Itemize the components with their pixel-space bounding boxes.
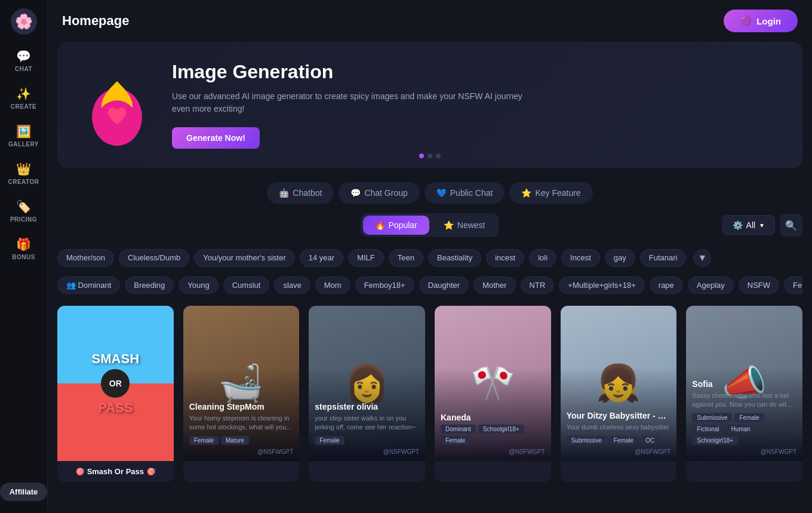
create-icon: ✨ — [16, 87, 32, 101]
card-stepsister-olivia[interactable]: 👩 stepsister olivia your step sister wal… — [309, 306, 425, 482]
tag-mother-son[interactable]: Mother/son — [57, 249, 114, 267]
card-stepsister-overlay: stepsister olivia your step sister walks… — [309, 396, 425, 461]
tag-femboy18[interactable]: Femboy18+ — [355, 277, 414, 294]
app-logo[interactable]: 🌸 — [10, 7, 38, 36]
sidebar-item-create[interactable]: ✨ CREATE — [0, 81, 47, 116]
dot-2[interactable] — [427, 153, 432, 158]
card-kaneda[interactable]: 🎌 Kaneda Dominant Schoolgirl18+ Female @… — [435, 306, 551, 482]
tag-breeding[interactable]: Breeding — [125, 277, 174, 294]
card-kaneda-overlay: Kaneda Dominant Schoolgirl18+ Female @NS… — [435, 407, 551, 461]
tag-teen[interactable]: Teen — [389, 249, 423, 267]
tab-public-chat[interactable]: 💙 Public Chat — [425, 182, 505, 204]
tag-loli[interactable]: loli — [529, 249, 556, 267]
sidebar-item-pricing[interactable]: 🏷️ PRICING — [0, 193, 47, 229]
tag-beastiality[interactable]: Beastiality — [428, 249, 481, 267]
tag-human: Human — [727, 425, 755, 434]
tag-fictional: Fictional — [692, 425, 724, 434]
tag-multiple-girls[interactable]: +Multiple+girls+18+ — [559, 277, 644, 294]
public-chat-icon: 💙 — [436, 188, 447, 198]
card-cleaning-creator: @NSFWGPT — [189, 449, 294, 455]
tag-submissive-2: Submissive — [692, 413, 732, 422]
main-content: Homepage 🟣 Login Image Generation Use ou… — [48, 0, 812, 513]
tag-dominant[interactable]: 👥 Dominant — [57, 277, 120, 294]
search-button[interactable]: 🔍 — [780, 214, 802, 236]
tag-clueless-dumb[interactable]: Clueless/Dumb — [119, 249, 189, 267]
sort-popular-button[interactable]: 🔥 Popular — [363, 216, 429, 235]
card-cleaning-stepmom[interactable]: 🛁 Cleaning StepMom Your horny stepmom is… — [183, 306, 300, 482]
tag-milf[interactable]: MILF — [348, 249, 384, 267]
chat-group-icon: 💬 — [350, 188, 361, 198]
card-stepsister-image: 👩 stepsister olivia your step sister wal… — [309, 306, 425, 461]
newest-icon: ⭐ — [444, 220, 454, 230]
tag-cumslut[interactable]: Cumslut — [223, 277, 270, 294]
popular-label: Popular — [389, 220, 417, 230]
tag-incest-upper[interactable]: Incest — [561, 249, 600, 267]
chat-icon: 💬 — [16, 49, 32, 63]
tags-row-1: Mother/son Clueless/Dumb You/your mother… — [57, 247, 802, 269]
card-kaneda-image: 🎌 Kaneda Dominant Schoolgirl18+ Female @… — [435, 306, 551, 461]
generate-button[interactable]: Generate Now! — [172, 127, 260, 149]
tab-key-feature[interactable]: ⭐ Key Feature — [509, 182, 592, 204]
cards-grid: SMASH OR PASS 🎯 Smash Or Pass 🎯 🛁 Cleani… — [48, 301, 812, 496]
dot-1[interactable] — [419, 153, 424, 158]
tag-ageplay[interactable]: Ageplay — [688, 277, 734, 294]
pass-text: PASS — [98, 400, 133, 416]
header: Homepage 🟣 Login — [48, 0, 812, 42]
tag-ntr[interactable]: NTR — [521, 277, 555, 294]
card-kaneda-name: Kaneda — [441, 413, 545, 422]
sidebar-label-create: CREATE — [11, 103, 36, 110]
card-stepsister-creator: @NSFWGPT — [315, 449, 419, 455]
card-stepsister-tags: Female — [315, 436, 419, 445]
card-smash-or-pass[interactable]: SMASH OR PASS 🎯 Smash Or Pass 🎯 — [57, 306, 174, 482]
tag-daughter[interactable]: Daughter — [419, 277, 469, 294]
sidebar-label-gallery: GALLERY — [8, 141, 39, 148]
sidebar-label-pricing: PRICING — [10, 216, 37, 223]
filter-label: All — [746, 220, 756, 230]
tag-rape[interactable]: rape — [650, 277, 683, 294]
tag-14-year[interactable]: 14 year — [300, 249, 343, 267]
tag-femdom[interactable]: Femdom — [784, 277, 802, 294]
banner-dots — [419, 153, 441, 158]
card-sofia-creator: @NSFWGPT — [692, 449, 796, 455]
creator-icon: 👑 — [16, 162, 32, 176]
card-sofia[interactable]: 📣 Sofia Sassy cheerleader who lost a bet… — [686, 306, 802, 482]
tags-expand-button[interactable]: ▼ — [693, 249, 711, 267]
sidebar-item-chat[interactable]: 💬 CHAT — [0, 43, 47, 78]
banner: Image Generation Use our advanced AI ima… — [57, 42, 802, 168]
sidebar-label-creator: CREATOR — [8, 179, 39, 185]
tag-female: Female — [189, 436, 219, 445]
banner-content: Image Generation Use our advanced AI ima… — [172, 61, 530, 149]
card-babysitter-image: 👧 Your Ditzy Babysitter - Candy (shota) … — [561, 306, 677, 461]
tab-public-chat-label: Public Chat — [450, 188, 493, 198]
sidebar-item-creator[interactable]: 👑 CREATOR — [0, 156, 47, 191]
tab-key-feature-label: Key Feature — [535, 188, 580, 198]
tag-futanari[interactable]: Futanari — [640, 249, 687, 267]
card-babysitter-desc: Your dumb clueless sexy babysitter — [567, 423, 671, 432]
tag-gay[interactable]: gay — [605, 249, 635, 267]
tag-mothers-sister[interactable]: You/your mother's sister — [194, 249, 295, 267]
sort-newest-button[interactable]: ⭐ Newest — [432, 216, 497, 235]
tab-chatbot[interactable]: 🤖 Chatbot — [267, 182, 334, 204]
sidebar-item-gallery[interactable]: 🖼️ GALLERY — [0, 118, 47, 153]
dot-3[interactable] — [436, 153, 441, 158]
card-sofia-name: Sofia — [692, 379, 796, 389]
tag-mom[interactable]: Mom — [315, 277, 350, 294]
tab-chatbot-label: Chatbot — [293, 188, 322, 198]
affiliate-button[interactable]: Affiliate — [0, 483, 47, 501]
tab-chat-group[interactable]: 💬 Chat Group — [339, 182, 419, 204]
tag-nsfw[interactable]: NSFW — [739, 277, 779, 294]
login-button[interactable]: 🟣 Login — [724, 10, 798, 32]
svg-text:🌸: 🌸 — [15, 13, 33, 30]
sidebar-item-bonus[interactable]: 🎁 BONUS — [0, 231, 47, 266]
filter-dropdown[interactable]: ⚙️ All ▼ — [722, 215, 775, 235]
card-ditzy-babysitter[interactable]: 👧 Your Ditzy Babysitter - Candy (shota) … — [561, 306, 677, 482]
tag-incest-lower[interactable]: incest — [486, 249, 524, 267]
tag-female-5: Female — [734, 413, 764, 422]
tag-young[interactable]: Young — [179, 277, 218, 294]
tag-mother[interactable]: Mother — [473, 277, 515, 294]
card-cleaning-overlay: Cleaning StepMom Your horny stepmom is c… — [183, 396, 300, 461]
smash-text: SMASH — [92, 351, 139, 367]
sort-buttons: 🔥 Popular ⭐ Newest — [361, 213, 500, 237]
tag-slave[interactable]: slave — [274, 277, 310, 294]
tabs-row: 🤖 Chatbot 💬 Chat Group 💙 Public Chat ⭐ K… — [48, 177, 812, 213]
